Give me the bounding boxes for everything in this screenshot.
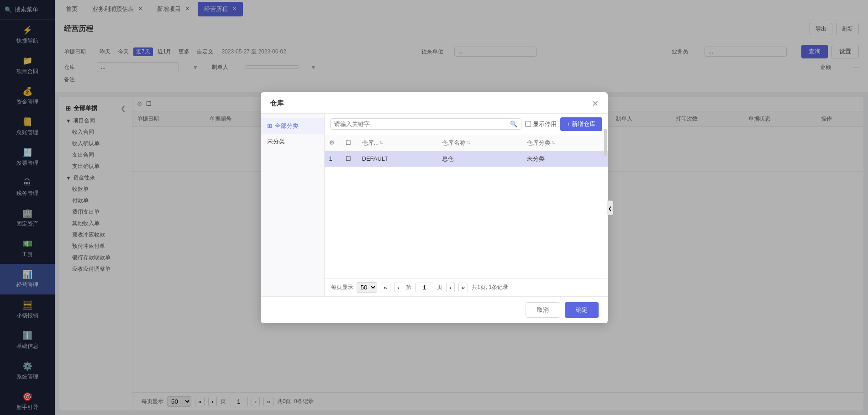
disabled-checkbox-input[interactable]	[525, 121, 531, 127]
dialog-close-button[interactable]: ✕	[592, 99, 599, 109]
dialog-right-panel: 🔍 显示停用 + 新增仓库 ⚙ ☐	[325, 114, 608, 296]
grid-icon-small: ⊞	[267, 122, 272, 129]
dialog-pagination: 每页显示 50 « ‹ 第 页 › » 共1页, 1条记录	[325, 278, 608, 296]
category-all-label: 全部分类	[275, 122, 299, 130]
col-warehouse-code: 仓库... ⇅	[358, 135, 438, 151]
dialog-page-prefix: 第	[406, 284, 411, 291]
row-checkbox[interactable]: ☐	[341, 151, 358, 167]
add-warehouse-button[interactable]: + 新增仓库	[560, 117, 602, 131]
col-settings-icon[interactable]: ⚙	[325, 135, 341, 151]
dialog-header: 仓库 ✕	[261, 92, 608, 114]
dialog-warehouse-table: ⚙ ☐ 仓库... ⇅ 仓库名称 ⇅	[325, 135, 608, 167]
dialog-search-box[interactable]: 🔍	[330, 118, 522, 130]
dialog-table-row[interactable]: 1 ☐ DEFAULT 总仓 未分类	[325, 151, 608, 167]
dialog-category-all[interactable]: ⊞ 全部分类	[261, 118, 324, 134]
dialog-total-label: 共1页, 1条记录	[472, 284, 508, 291]
sort-name-icon[interactable]: ⇅	[467, 140, 470, 145]
col-warehouse-name: 仓库名称 ⇅	[437, 135, 522, 151]
row-num: 1	[325, 151, 341, 167]
dialog-prev-btn[interactable]: ‹	[394, 283, 402, 292]
dialog-per-page-select[interactable]: 50	[357, 282, 377, 293]
warehouse-dialog: 仓库 ✕ ⊞ 全部分类 未分类 ❮ 🔍	[261, 92, 608, 323]
dialog-table-wrap[interactable]: ⚙ ☐ 仓库... ⇅ 仓库名称 ⇅	[325, 135, 608, 278]
cancel-button[interactable]: 取消	[526, 302, 560, 318]
show-disabled-label: 显示停用	[533, 120, 557, 128]
col-checkbox-header[interactable]: ☐	[341, 135, 358, 151]
row-category: 未分类	[522, 151, 607, 167]
dialog-first-btn[interactable]: «	[381, 283, 390, 292]
dialog-left-panel: ⊞ 全部分类 未分类 ❮	[261, 114, 325, 296]
dialog-next-btn[interactable]: ›	[446, 283, 454, 292]
sort-code-icon[interactable]: ⇅	[379, 140, 383, 145]
dialog-body: ⊞ 全部分类 未分类 ❮ 🔍 显示停用	[261, 114, 608, 296]
sort-cat-icon[interactable]: ⇅	[552, 140, 555, 145]
row-name: 总仓	[437, 151, 522, 167]
dialog-toolbar: 🔍 显示停用 + 新增仓库	[325, 114, 608, 135]
confirm-button[interactable]: 确定	[565, 302, 599, 318]
uncategorized-label: 未分类	[267, 137, 285, 146]
dialog-actions: 取消 确定	[261, 296, 608, 323]
search-icon-dialog: 🔍	[510, 121, 517, 127]
row-code: DEFAULT	[358, 151, 438, 167]
dialog-page-label: 页	[437, 284, 442, 291]
dialog-last-btn[interactable]: »	[458, 283, 468, 292]
dialog-per-page-label: 每页显示	[331, 284, 353, 291]
col-warehouse-category: 仓库分类 ⇅	[522, 135, 607, 151]
show-disabled-checkbox[interactable]: 显示停用	[525, 120, 557, 128]
dialog-category-uncategorized[interactable]: 未分类	[261, 134, 324, 149]
dialog-title: 仓库	[270, 99, 284, 108]
dialog-search-input[interactable]	[334, 121, 509, 127]
dialog-page-input[interactable]	[415, 283, 433, 292]
dialog-table-header: ⚙ ☐ 仓库... ⇅ 仓库名称 ⇅	[325, 135, 608, 151]
